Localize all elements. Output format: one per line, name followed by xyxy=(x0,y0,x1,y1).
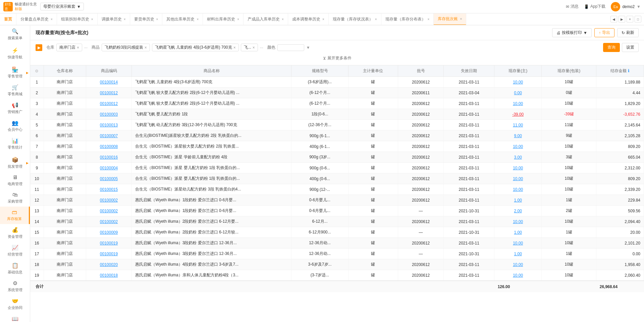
cell-qty-main[interactable]: 3.00 xyxy=(494,152,542,163)
sidebar-item-purchase[interactable]: 🛍 采购管理 xyxy=(0,189,30,207)
cell-code[interactable]: 00100004 xyxy=(86,163,131,173)
tab-prev-button[interactable]: ◀ xyxy=(610,16,617,22)
user-menu[interactable]: Ea demo2 ▼ xyxy=(611,2,641,11)
cell-qty-main[interactable]: 10.00 xyxy=(494,77,542,88)
refresh-button[interactable]: ↻ 刷新 xyxy=(617,28,639,37)
tab-4[interactable]: 要货单历史 × xyxy=(130,13,163,25)
warehouse-ellipsis[interactable]: ··· xyxy=(84,45,88,50)
cell-qty-main[interactable]: 10.00 xyxy=(494,259,542,270)
cell-qty-main[interactable]: 2.00 xyxy=(494,206,542,216)
expand-conditions-button[interactable]: ⊻ 展开更多条件 xyxy=(318,54,357,62)
tab-close-3[interactable]: × xyxy=(124,17,126,21)
template-print-button[interactable]: 🖨 按模板打印 ▼ xyxy=(552,28,592,37)
tab-7[interactable]: 产成品入库单历史 × xyxy=(244,13,288,25)
tab-close-11[interactable]: × xyxy=(460,17,462,21)
cell-qty-main[interactable]: 10.00 xyxy=(494,141,542,152)
cell-qty-main[interactable]: 10.00 xyxy=(494,163,542,173)
product-tag-1[interactable]: 飞鹤奶粉3段闪感提装 × xyxy=(102,44,150,51)
sidebar-item-quick-nav[interactable]: ⚡ 快捷导航 xyxy=(0,45,30,62)
cell-code[interactable]: 00100012 xyxy=(86,88,131,98)
cell-qty-main[interactable]: 9.00 xyxy=(494,130,542,141)
cell-code[interactable]: 00100016 xyxy=(86,152,131,163)
tab-close-7[interactable]: × xyxy=(282,17,284,21)
sidebar-item-new-guide[interactable]: 📖 新手引导 xyxy=(0,313,30,322)
tab-close-4[interactable]: × xyxy=(156,17,158,21)
cell-code[interactable]: 00100013 xyxy=(86,120,131,130)
tab-close-1[interactable]: × xyxy=(51,17,53,21)
color-input[interactable] xyxy=(277,44,304,51)
cell-qty-main[interactable]: 10.00 xyxy=(494,173,542,184)
cell-qty-main[interactable]: 0.00 xyxy=(494,88,542,98)
cell-code[interactable]: 00100018 xyxy=(86,270,131,281)
sidebar-item-retail[interactable]: 🏪 零售管理 ▶ xyxy=(0,64,30,82)
sidebar-item-inventory[interactable]: 🗃 库存核算 xyxy=(0,207,30,224)
message-button[interactable]: ✉ 消息 xyxy=(566,4,579,9)
cell-qty-main[interactable]: 10.00 xyxy=(494,238,542,249)
tab-1[interactable]: 分量盘点单历史 × xyxy=(16,13,57,25)
export-button[interactable]: ↑ 导出 xyxy=(594,28,614,37)
tab-11[interactable]: 库存批次账 × xyxy=(434,13,466,25)
tab-close-5[interactable]: × xyxy=(197,17,199,21)
app-download-button[interactable]: 📱 App下载 xyxy=(584,4,605,9)
cell-qty-main[interactable]: 11.00 xyxy=(494,120,542,130)
tab-10[interactable]: 现存量（库存分布表）× xyxy=(381,13,434,25)
cell-code[interactable]: 00100007 xyxy=(86,130,131,141)
cell-qty-main[interactable]: 1.00 xyxy=(494,195,542,206)
cell-code[interactable]: 00100008 xyxy=(86,141,131,152)
sidebar-item-retail-shop[interactable]: 🛒 零售商城 xyxy=(0,82,30,99)
filter-collapse-button[interactable]: ▶ xyxy=(36,44,42,51)
th-settings[interactable]: ⚙ xyxy=(30,65,44,77)
cell-code[interactable]: 00100005 xyxy=(86,173,131,184)
cell-code[interactable]: 00100003 xyxy=(86,109,131,120)
product-tag2-remove[interactable]: × xyxy=(233,45,236,50)
sidebar-item-marketing[interactable]: 📢 营销推广 xyxy=(0,99,30,117)
tab-9[interactable]: 现存量（库存状况表）× xyxy=(329,13,381,25)
tab-home[interactable]: 首页 xyxy=(0,13,16,25)
tab-3[interactable]: 调拨单历史 × xyxy=(98,13,130,25)
cell-qty-main[interactable]: 10.00 xyxy=(494,98,542,109)
sidebar-item-wholesale[interactable]: 📦 批发管理 ▶ xyxy=(0,154,30,172)
warehouse-tag-remove[interactable]: × xyxy=(77,45,79,50)
workspace-selector[interactable]: 母婴行业演示账套 ▼ xyxy=(40,3,84,10)
product-tag1-remove[interactable]: × xyxy=(145,45,147,50)
sidebar-item-finance[interactable]: 💰 资金管理 xyxy=(0,224,30,242)
cell-code[interactable]: 00100014 xyxy=(86,77,131,88)
tab-8[interactable]: 成本调整单历史 × xyxy=(288,13,329,25)
sidebar-item-basic[interactable]: 📋 基础信息 xyxy=(0,260,30,277)
cell-code[interactable]: 00100009 xyxy=(86,227,131,238)
sidebar-item-enterprise[interactable]: 🤝 企业协同 xyxy=(0,295,30,313)
sidebar-item-member[interactable]: 👥 会员中心 xyxy=(0,117,30,135)
tab-maximize-button[interactable]: □ xyxy=(635,16,641,22)
cell-code[interactable]: 00100019 xyxy=(86,238,131,249)
cell-qty-main[interactable]: 1.00 xyxy=(494,227,542,238)
cell-code[interactable]: 00100002 xyxy=(86,216,131,227)
query-button[interactable]: 查询 xyxy=(603,43,620,52)
cell-code[interactable]: 00100012 xyxy=(86,98,131,109)
sidebar-item-operations[interactable]: 📈 经营管理 xyxy=(0,242,30,260)
cell-code[interactable]: 00100002 xyxy=(86,206,131,216)
sidebar-item-search[interactable]: 🔍 搜索菜单 xyxy=(0,25,30,43)
cell-code[interactable]: 00100015 xyxy=(86,184,131,195)
product-tag3-remove[interactable]: × xyxy=(253,45,255,50)
sidebar-item-retail-stats[interactable]: 📊 零售统计 xyxy=(0,135,30,153)
tab-close-2[interactable]: × xyxy=(91,17,93,21)
tab-2[interactable]: 组装拆卸单历史 × xyxy=(57,13,98,25)
cell-qty-main[interactable]: 1.00 xyxy=(494,249,542,259)
amount-info-icon[interactable]: ℹ xyxy=(628,68,630,73)
tab-close-all-button[interactable]: × xyxy=(627,16,633,22)
product-ellipsis[interactable]: ··· xyxy=(260,45,263,50)
settings-button[interactable]: 设置 xyxy=(622,43,639,52)
tab-close-9[interactable]: × xyxy=(375,17,377,21)
cell-qty-main[interactable]: 10.00 xyxy=(494,270,542,281)
tab-next-button[interactable]: ▶ xyxy=(619,16,625,22)
product-tag-3[interactable]: 飞... × xyxy=(241,44,258,51)
tab-6[interactable]: 材料出库单历史 × xyxy=(203,13,244,25)
warehouse-tag[interactable]: 南岸门店 × xyxy=(56,44,82,51)
sidebar-item-system[interactable]: ⚙ 系统管理 xyxy=(0,277,30,295)
cell-qty-main[interactable]: 10.00 xyxy=(494,216,542,227)
cell-code[interactable]: 00100019 xyxy=(86,249,131,259)
tab-close-10[interactable]: × xyxy=(428,17,430,21)
column-settings-icon[interactable]: ⚙ xyxy=(35,69,39,73)
cell-qty-main[interactable]: 10.00 xyxy=(494,184,542,195)
tab-close-6[interactable]: × xyxy=(237,17,239,21)
